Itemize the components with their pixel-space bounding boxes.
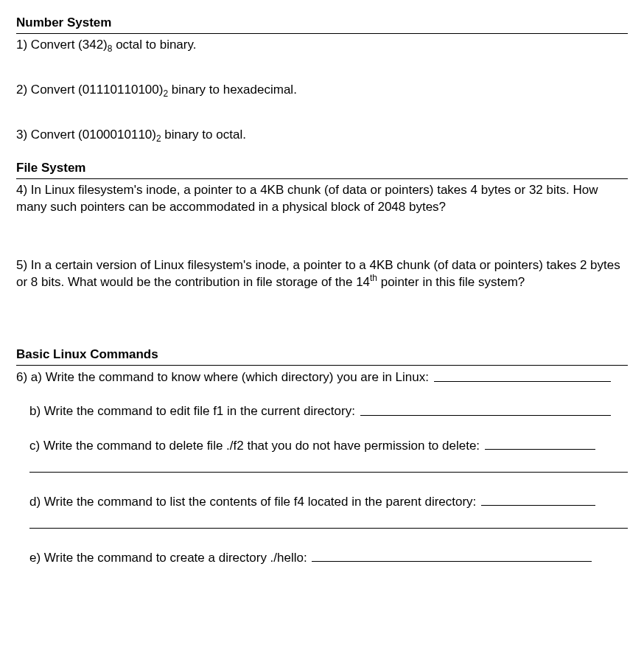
q6d-text: Write the command to list the contents o… bbox=[41, 495, 480, 509]
q2-post: binary to hexadecimal. bbox=[168, 83, 297, 97]
q6c-text: Write the command to delete file ./f2 th… bbox=[40, 439, 483, 453]
q5-sup: th bbox=[370, 273, 377, 283]
q2-number: 2) bbox=[16, 83, 27, 97]
q3-sub: 2 bbox=[156, 133, 161, 144]
q6a: 6) a) Write the command to know where (w… bbox=[16, 369, 628, 386]
q4-number: 4) bbox=[16, 183, 27, 197]
section-title-file-system: File System bbox=[16, 160, 628, 179]
q1-post: octal to binary. bbox=[112, 38, 196, 52]
q1-number: 1) bbox=[16, 38, 27, 52]
q6c: c) Write the command to delete file ./f2… bbox=[29, 437, 628, 455]
q6a-label: a) bbox=[27, 371, 42, 385]
question-6: 6) a) Write the command to know where (w… bbox=[16, 369, 628, 566]
q6-number: 6) bbox=[16, 371, 27, 385]
q2-pre: Convert (01110110100) bbox=[27, 83, 163, 97]
q6e: e) Write the command to create a directo… bbox=[29, 549, 628, 567]
q3-post: binary to octal. bbox=[161, 128, 246, 142]
question-5: 5) In a certain version of Linux filesys… bbox=[16, 257, 628, 291]
q6b-label: b) bbox=[29, 405, 41, 419]
section-title-linux-commands: Basic Linux Commands bbox=[16, 346, 628, 366]
answer-blank-full[interactable] bbox=[29, 471, 628, 473]
q6d-continuation bbox=[29, 527, 628, 529]
q6e-label: e) bbox=[29, 551, 41, 565]
q6e-text: Write the command to create a directory … bbox=[41, 551, 310, 565]
q4-text: In Linux filesystem's inode, a pointer t… bbox=[16, 183, 598, 214]
question-2: 2) Convert (01110110100)2 binary to hexa… bbox=[16, 82, 628, 99]
section-title-number-system: Number System bbox=[16, 15, 628, 34]
q6b-text: Write the command to edit file f1 in the… bbox=[41, 405, 358, 419]
q6a-text: Write the command to know where (which d… bbox=[42, 371, 433, 385]
answer-blank[interactable] bbox=[485, 437, 595, 450]
answer-blank-full[interactable] bbox=[29, 527, 628, 529]
q6d-label: d) bbox=[29, 495, 41, 509]
q6b: b) Write the command to edit file f1 in … bbox=[29, 403, 628, 420]
question-4: 4) In Linux filesystem's inode, a pointe… bbox=[16, 182, 628, 216]
answer-blank[interactable] bbox=[434, 369, 611, 381]
q3-number: 3) bbox=[16, 128, 27, 142]
answer-blank[interactable] bbox=[312, 549, 592, 562]
q6c-label: c) bbox=[29, 439, 40, 453]
q3-pre: Convert (0100010110) bbox=[27, 128, 156, 142]
q5-post: pointer in this file system? bbox=[377, 275, 525, 289]
q6c-continuation bbox=[29, 471, 628, 473]
q1-pre: Convert (342) bbox=[27, 38, 108, 52]
q5-pre: In a certain version of Linux filesystem… bbox=[16, 258, 620, 289]
q6d: d) Write the command to list the content… bbox=[29, 493, 628, 511]
question-1: 1) Convert (342)8 octal to binary. bbox=[16, 37, 628, 54]
answer-blank[interactable] bbox=[481, 493, 595, 506]
answer-blank[interactable] bbox=[360, 403, 611, 415]
q5-number: 5) bbox=[16, 258, 27, 272]
question-3: 3) Convert (0100010110)2 binary to octal… bbox=[16, 127, 628, 144]
